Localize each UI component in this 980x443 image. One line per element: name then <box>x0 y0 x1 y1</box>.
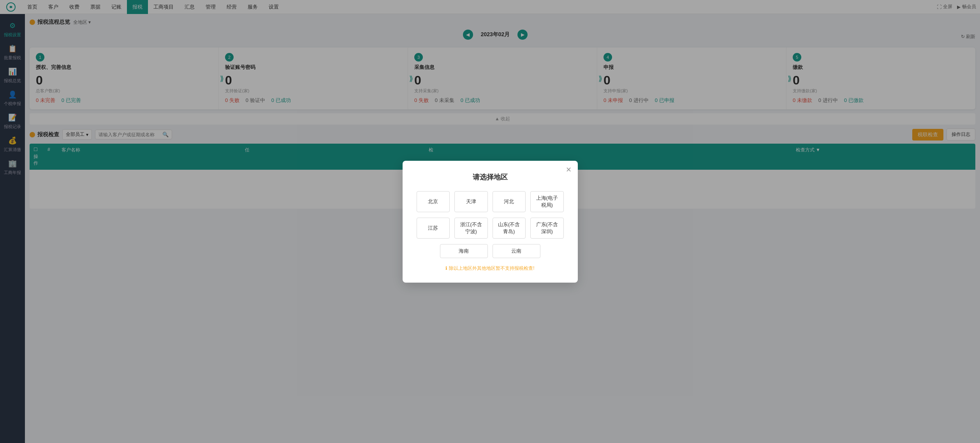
region-btn-beijing[interactable]: 北京 <box>417 191 450 212</box>
region-btn-jiangsu[interactable]: 江苏 <box>417 218 450 239</box>
region-btn-guangdong[interactable]: 广东(不含深圳) <box>530 218 564 239</box>
modal-title: 请选择地区 <box>417 172 564 182</box>
region-btn-shandong[interactable]: 山东(不含青岛) <box>493 218 526 239</box>
region-btn-hebei[interactable]: 河北 <box>493 191 526 212</box>
region-grid-row1: 北京 天津 河北 上海(电子税局) <box>417 191 564 212</box>
modal-close-btn[interactable]: ✕ <box>566 166 572 173</box>
region-btn-hainan[interactable]: 海南 <box>440 244 488 258</box>
warning-icon: ℹ <box>445 265 447 271</box>
region-btn-yunnan[interactable]: 云南 <box>493 244 540 258</box>
region-btn-zhejiang[interactable]: 浙江(不含宁波) <box>454 218 488 239</box>
region-btn-tianjin[interactable]: 天津 <box>454 191 488 212</box>
modal-warning: ℹ 除以上地区外其他地区暂不支持报税检查! <box>417 265 564 272</box>
region-grid-row3: 海南 云南 <box>417 244 564 258</box>
region-select-modal: ✕ 请选择地区 北京 天津 河北 上海(电子税局) 江苏 浙江(不含宁波) 山东… <box>403 161 578 283</box>
region-btn-shanghai[interactable]: 上海(电子税局) <box>530 191 564 212</box>
region-grid-row2: 江苏 浙江(不含宁波) 山东(不含青岛) 广东(不含深圳) <box>417 218 564 239</box>
modal-overlay[interactable]: ✕ 请选择地区 北京 天津 河北 上海(电子税局) 江苏 浙江(不含宁波) 山东… <box>0 0 980 443</box>
